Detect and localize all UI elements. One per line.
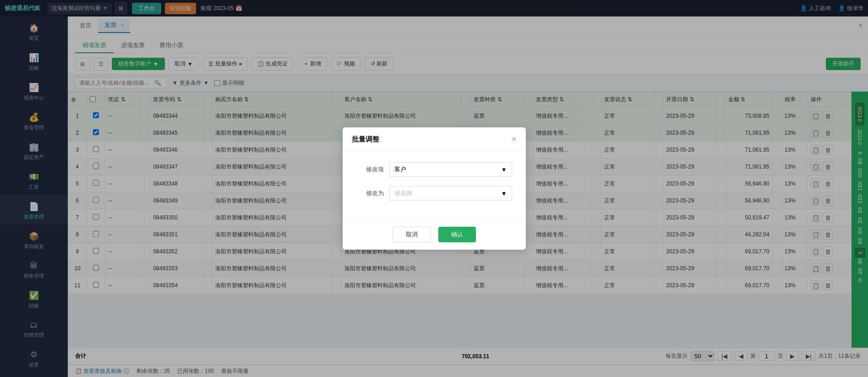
change-placeholder: 请选择: [394, 189, 412, 197]
field-dropdown-icon: ▼: [501, 166, 507, 173]
change-select[interactable]: 请选择 ▼: [389, 186, 512, 201]
modal-body: 修改项 客户 ▼ 修改为 请选择 ▼: [343, 151, 526, 221]
field-select[interactable]: 客户 ▼: [389, 162, 512, 177]
change-label: 修改为: [356, 189, 384, 197]
change-dropdown-icon: ▼: [501, 190, 507, 197]
modal-close-btn[interactable]: ×: [512, 135, 517, 144]
field-value: 客户: [394, 165, 406, 174]
modal-header: 批量调整 ×: [343, 127, 526, 151]
modal-overlay: 批量调整 × 修改项 客户 ▼ 修改为 请选择 ▼ 取消 确认: [0, 0, 868, 377]
modal-confirm-btn[interactable]: 确认: [438, 227, 476, 242]
modal-cancel-btn[interactable]: 取消: [393, 227, 431, 242]
modal-title: 批量调整: [352, 135, 379, 144]
modal-field-row: 修改项 客户 ▼: [356, 162, 512, 177]
field-label: 修改项: [356, 165, 384, 174]
modal-footer: 取消 确认: [343, 221, 526, 250]
batch-adjust-modal: 批量调整 × 修改项 客户 ▼ 修改为 请选择 ▼ 取消 确认: [343, 127, 526, 250]
modal-change-row: 修改为 请选择 ▼: [356, 186, 512, 201]
